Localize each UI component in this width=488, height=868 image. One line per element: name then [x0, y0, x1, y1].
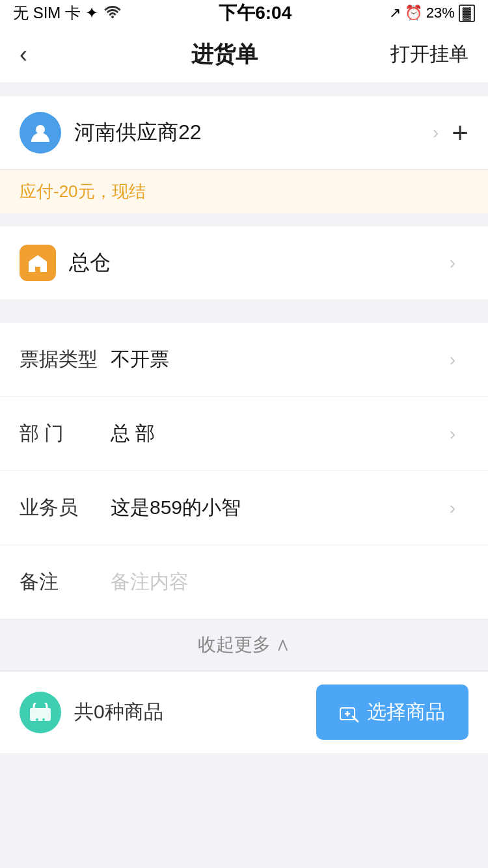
- location-icon: ↗: [389, 5, 401, 21]
- remark-input[interactable]: 备注内容: [111, 569, 468, 595]
- supplier-name: 河南供应商22: [74, 118, 433, 147]
- status-left: 无 SIM 卡 ✦: [13, 3, 122, 23]
- product-count: 共0种商品: [74, 699, 316, 726]
- section-gap-2: [0, 213, 488, 226]
- open-pending-button[interactable]: 打开挂单: [390, 41, 468, 68]
- add-button[interactable]: +: [452, 118, 468, 147]
- select-product-button[interactable]: 选择商品: [316, 685, 468, 740]
- battery-text: 23%: [426, 5, 455, 21]
- cart-icon: [29, 703, 52, 722]
- warehouse-name: 总仓: [69, 249, 450, 277]
- supplier-chevron-icon: ›: [433, 122, 439, 143]
- salesperson-value: 这是859的小智: [111, 495, 450, 521]
- remark-row[interactable]: 备注 备注内容: [0, 545, 488, 619]
- salesperson-row[interactable]: 业务员 这是859的小智 ›: [0, 471, 488, 545]
- svg-rect-1: [30, 708, 51, 721]
- warehouse-row[interactable]: 总仓 ›: [0, 226, 488, 299]
- status-right: ↗ ⏰ 23% ▓: [389, 5, 475, 22]
- alarm-icon: ⏰: [405, 5, 422, 21]
- section-gap-1: [0, 83, 488, 96]
- person-icon: [29, 121, 52, 144]
- supplier-row[interactable]: 河南供应商22 › +: [0, 96, 488, 170]
- supplier-section: 河南供应商22 › + 应付-20元，现结: [0, 96, 488, 213]
- warehouse-icon: [20, 245, 56, 281]
- invoice-type-chevron-icon: ›: [450, 349, 455, 370]
- signal-text: 无 SIM 卡 ✦: [13, 3, 98, 23]
- collapse-bar[interactable]: 收起更多 ∧: [0, 619, 488, 671]
- invoice-type-value: 不开票: [111, 346, 450, 373]
- select-product-label: 选择商品: [367, 699, 445, 726]
- salesperson-label: 业务员: [20, 495, 111, 521]
- notice-bar: 应付-20元，现结: [0, 170, 488, 213]
- battery-icon: ▓: [459, 5, 475, 22]
- department-row[interactable]: 部 门 总 部 ›: [0, 397, 488, 471]
- wifi-icon: [103, 4, 122, 22]
- warehouse-chevron-icon: ›: [450, 252, 455, 273]
- page-title: 进货单: [191, 40, 258, 70]
- remark-label: 备注: [20, 569, 111, 595]
- bottom-bar: 共0种商品 选择商品: [0, 671, 488, 753]
- svg-point-0: [36, 125, 45, 134]
- svg-point-2: [36, 718, 38, 721]
- invoice-type-row[interactable]: 票据类型 不开票 ›: [0, 323, 488, 397]
- product-icon-wrap: [20, 692, 61, 733]
- status-bar: 无 SIM 卡 ✦ 下午6:04 ↗ ⏰ 23% ▓: [0, 0, 488, 26]
- back-button[interactable]: ‹: [20, 41, 59, 68]
- supplier-avatar: [20, 112, 61, 154]
- invoice-type-label: 票据类型: [20, 346, 111, 373]
- section-gap-3: [0, 299, 488, 312]
- select-product-icon: [340, 701, 360, 724]
- status-time: 下午6:04: [219, 1, 291, 25]
- main-content: 河南供应商22 › + 应付-20元，现结 总仓 › 票据类型 不开票 › 部 …: [0, 83, 488, 868]
- form-section: 票据类型 不开票 › 部 门 总 部 › 业务员 这是859的小智 › 备注 备…: [0, 323, 488, 619]
- svg-point-3: [42, 718, 45, 721]
- department-label: 部 门: [20, 420, 111, 447]
- department-chevron-icon: ›: [450, 424, 455, 444]
- house-icon: [27, 254, 48, 272]
- salesperson-chevron-icon: ›: [450, 498, 455, 519]
- department-value: 总 部: [111, 420, 450, 447]
- collapse-label: 收起更多 ∧: [198, 632, 291, 657]
- nav-bar: ‹ 进货单 打开挂单: [0, 26, 488, 83]
